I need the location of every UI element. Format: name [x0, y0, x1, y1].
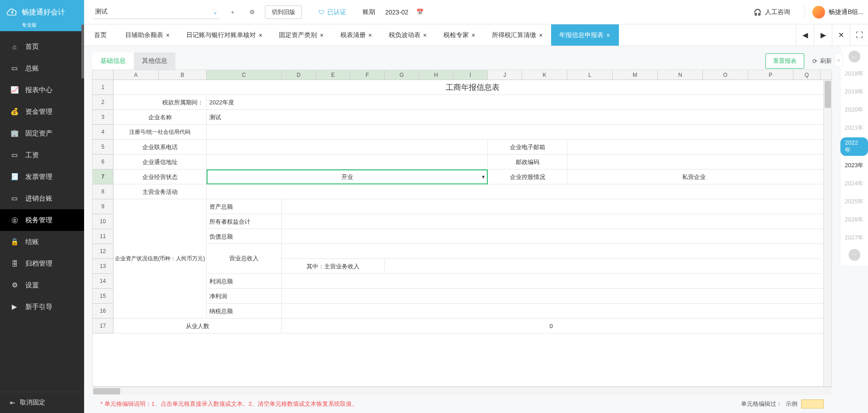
- cell[interactable]: 企业电子邮箱: [488, 140, 567, 154]
- row-header-12[interactable]: 12: [93, 244, 113, 259]
- year-item[interactable]: 2019年: [845, 83, 864, 100]
- year-down[interactable]: ﹀: [849, 249, 860, 261]
- cell[interactable]: 企业联系电话: [113, 140, 207, 154]
- row-header-4[interactable]: 4: [93, 125, 113, 140]
- cell[interactable]: [567, 155, 821, 169]
- vertical-scrollbar[interactable]: [823, 80, 831, 386]
- tab-6[interactable]: 税检专家×: [435, 24, 484, 46]
- cell[interactable]: [282, 244, 821, 258]
- cell[interactable]: [282, 229, 821, 244]
- nav-guide[interactable]: ▶新手引导: [0, 296, 84, 318]
- close-icon[interactable]: ×: [320, 32, 323, 39]
- row-header-1[interactable]: 1: [93, 80, 113, 95]
- cell[interactable]: [282, 274, 821, 288]
- row-header-8[interactable]: 8: [93, 184, 113, 199]
- consult-button[interactable]: 🎧 人工咨询: [754, 8, 790, 16]
- tab-2[interactable]: 日记账与银行对账单核对×: [178, 24, 271, 46]
- tabs-prev[interactable]: ◀: [796, 24, 814, 46]
- tab-5[interactable]: 税负波动表×: [381, 24, 435, 46]
- company-select[interactable]: 测试 ⌄: [93, 5, 220, 19]
- status-dropdown[interactable]: 开业▼: [207, 169, 488, 184]
- rail-collapse[interactable]: «: [835, 53, 843, 67]
- nav-funds[interactable]: 💰资金管理: [0, 101, 84, 122]
- year-item[interactable]: 2027年: [845, 229, 864, 246]
- cell[interactable]: 资产总额: [207, 199, 282, 214]
- col-header-I[interactable]: I: [453, 70, 488, 80]
- close-icon[interactable]: ×: [166, 32, 170, 39]
- nav-invoice[interactable]: 🧾发票管理: [0, 166, 84, 188]
- close-icon[interactable]: ×: [606, 32, 610, 39]
- year-item[interactable]: 2024年: [845, 175, 864, 192]
- calendar-icon[interactable]: 📅: [416, 9, 424, 15]
- year-item[interactable]: 2025年: [845, 193, 864, 210]
- cell[interactable]: 其中：主营业务收入: [282, 259, 385, 273]
- cell[interactable]: 2022年度: [207, 95, 821, 109]
- cell[interactable]: [567, 140, 821, 154]
- tab-3[interactable]: 固定资产类别×: [271, 24, 332, 46]
- row-header-6[interactable]: 6: [93, 155, 113, 169]
- row-header-9[interactable]: 9: [93, 199, 113, 214]
- cell[interactable]: [282, 199, 821, 214]
- user-menu[interactable]: 畅捷通B组...: [805, 6, 863, 19]
- cell[interactable]: 私营企业: [567, 169, 821, 184]
- cell[interactable]: [207, 140, 488, 154]
- row-header-2[interactable]: 2: [93, 95, 113, 110]
- col-header-N[interactable]: N: [658, 70, 703, 80]
- tab-home[interactable]: 首页: [84, 24, 117, 46]
- row-header-5[interactable]: 5: [93, 140, 113, 155]
- col-header-D[interactable]: D: [282, 70, 316, 80]
- col-header-G[interactable]: G: [385, 70, 419, 80]
- cells-area[interactable]: 工商年报信息表税款所属期间：2022年度企业名称测试注册号/统一社会信用代码企业…: [113, 80, 831, 386]
- cell[interactable]: 邮政编码: [488, 155, 567, 169]
- cell[interactable]: [282, 289, 821, 303]
- cell[interactable]: 企业控股情况: [488, 169, 567, 184]
- col-header-H[interactable]: H: [419, 70, 453, 80]
- cell[interactable]: 净利润: [207, 289, 282, 303]
- fullscreen-button[interactable]: ⛶: [850, 24, 868, 46]
- tab-7[interactable]: 所得税汇算清缴×: [484, 24, 551, 46]
- cell[interactable]: [385, 259, 821, 273]
- cell[interactable]: 主营业务活动: [113, 184, 207, 199]
- cell[interactable]: 所有者权益合计: [207, 214, 282, 229]
- nav-salary[interactable]: ▭工资: [0, 144, 84, 166]
- cell[interactable]: [207, 125, 821, 139]
- scrollbar-thumb[interactable]: [93, 388, 120, 394]
- tabs-close-all[interactable]: ✕: [832, 24, 850, 46]
- col-header-L[interactable]: L: [567, 70, 613, 80]
- cell[interactable]: [207, 155, 488, 169]
- scrollbar-thumb[interactable]: [825, 81, 831, 108]
- year-item[interactable]: 2021年: [845, 119, 864, 136]
- add-button[interactable]: ＋: [225, 5, 240, 19]
- close-icon[interactable]: ×: [539, 32, 542, 39]
- nav-settings[interactable]: ⚙设置: [0, 274, 84, 296]
- close-icon[interactable]: ×: [259, 32, 262, 39]
- tab-1[interactable]: 目辅助余额表×: [117, 24, 178, 46]
- row-header-13[interactable]: 13: [93, 259, 113, 274]
- sub-tab-basic[interactable]: 基础信息: [92, 52, 134, 70]
- col-header-F[interactable]: F: [350, 70, 385, 80]
- logo-area[interactable]: 畅捷通好会计: [0, 0, 84, 24]
- col-header-J[interactable]: J: [488, 70, 522, 80]
- col-header-M[interactable]: M: [613, 70, 658, 80]
- cell[interactable]: 注册号/统一社会信用代码: [113, 125, 207, 139]
- col-header-B[interactable]: B: [159, 70, 207, 80]
- settings-button[interactable]: ⚙: [245, 5, 259, 19]
- nav-inventory[interactable]: ▭进销台账: [0, 188, 84, 209]
- cell[interactable]: 税款所属期间：: [113, 95, 207, 109]
- cell[interactable]: [282, 214, 821, 229]
- switch-old-button[interactable]: 切到旧版: [265, 5, 302, 19]
- row-header-15[interactable]: 15: [93, 289, 113, 304]
- nav-reports[interactable]: 📈报表中心: [0, 79, 84, 101]
- reset-button[interactable]: 重置报表: [765, 53, 804, 69]
- cell[interactable]: 从业人数: [113, 319, 282, 333]
- year-up[interactable]: ︿: [849, 51, 860, 62]
- row-header-10[interactable]: 10: [93, 214, 113, 229]
- cell[interactable]: 营业总收入: [207, 244, 282, 274]
- col-header-E[interactable]: E: [316, 70, 350, 80]
- tabs-next[interactable]: ▶: [814, 24, 832, 46]
- col-header-P[interactable]: P: [748, 70, 793, 80]
- tab-4[interactable]: 税表清册×: [332, 24, 381, 46]
- cell[interactable]: 利润总额: [207, 274, 282, 288]
- nav-archive[interactable]: 🗄归档管理: [0, 253, 84, 274]
- period-value[interactable]: 2023-02: [385, 9, 408, 16]
